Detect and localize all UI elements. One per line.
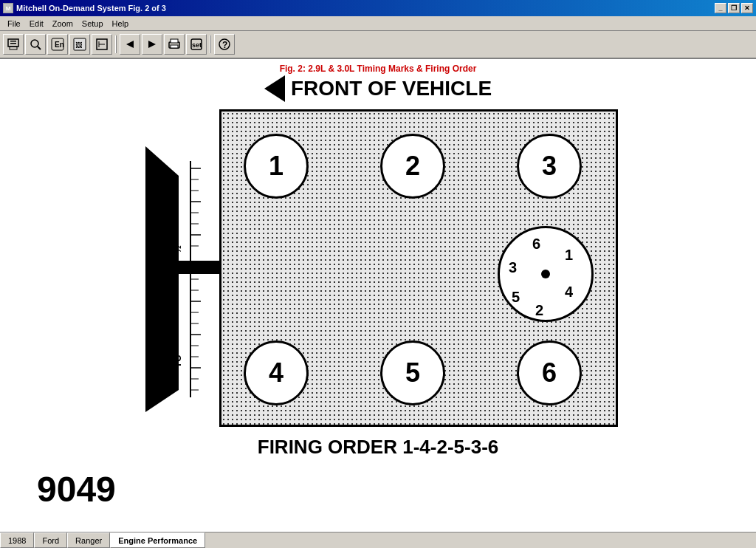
svg-marker-14	[148, 41, 156, 48]
svg-point-4	[31, 40, 38, 47]
status-tab-model[interactable]: Ranger	[67, 532, 110, 548]
title-bar: M Mitchell On-Demand System Fig. 2 of 3 …	[0, 0, 756, 16]
diagram-container: FRONT OF VEHICLE	[0, 75, 756, 526]
front-label-text: FRONT OF VEHICLE	[291, 77, 492, 100]
dist-num-2: 2	[535, 302, 543, 319]
arrow-left-icon	[264, 75, 285, 102]
svg-rect-3	[10, 43, 16, 44]
toolbar-help-btn[interactable]: ?	[214, 34, 235, 55]
toolbar-print-btn[interactable]	[164, 34, 185, 55]
svg-text:½: ½	[172, 245, 183, 253]
toolbar-btn-1[interactable]	[3, 34, 24, 55]
engine-block: 1 2 3 4 5 6 6 1	[219, 109, 618, 427]
menu-file[interactable]: File	[3, 18, 25, 30]
toolbar-btn-4[interactable]: 🖼	[69, 34, 90, 55]
svg-text:TC: TC	[172, 355, 183, 368]
fig-number: 9049	[37, 469, 116, 510]
status-tab-engine[interactable]: Engine Performance	[110, 532, 205, 548]
toolbar-btn-3[interactable]: Enh	[47, 34, 68, 55]
svg-rect-23	[179, 261, 219, 274]
status-tab-make[interactable]: Ford	[34, 532, 67, 548]
toolbar: Enh 🖼 set ?	[0, 31, 756, 59]
svg-rect-17	[171, 45, 178, 48]
app-icon: M	[3, 3, 13, 13]
figure-caption: Fig. 2: 2.9L & 3.0L Timing Marks & Firin…	[0, 59, 756, 75]
menu-edit[interactable]: Edit	[25, 18, 48, 30]
dist-num-6: 6	[532, 236, 540, 253]
status-tab-year[interactable]: 1988	[0, 532, 34, 548]
main-content: Fig. 2: 2.9L & 3.0L Timing Marks & Firin…	[0, 59, 756, 532]
cylinder-3: 3	[517, 134, 582, 199]
status-bar: 1988 Ford Ranger Engine Performance	[0, 532, 756, 548]
svg-text:Enh: Enh	[55, 41, 64, 49]
svg-text:🖼: 🖼	[75, 41, 82, 49]
svg-rect-24	[190, 161, 191, 397]
svg-marker-13	[126, 41, 134, 48]
dist-num-3: 3	[509, 259, 517, 276]
toolbar-forward-btn[interactable]	[142, 34, 162, 55]
ruler-svg: TC ½	[138, 117, 219, 434]
distributor-inner: 6 1 3 4 5 2	[500, 228, 591, 320]
toolbar-back-btn[interactable]	[120, 34, 140, 55]
minimize-button[interactable]: _	[715, 3, 726, 13]
svg-rect-2	[10, 41, 16, 42]
svg-marker-22	[145, 146, 179, 412]
timing-ruler: TC ½	[138, 117, 219, 427]
diagram-wrapper: TC ½	[138, 109, 618, 427]
close-button[interactable]: ✕	[741, 3, 753, 13]
svg-text:set: set	[192, 41, 202, 49]
cylinder-6: 6	[517, 340, 582, 405]
toolbar-settings-btn[interactable]: set	[186, 34, 207, 55]
front-of-vehicle-label: FRONT OF VEHICLE	[264, 75, 492, 102]
svg-rect-16	[171, 39, 178, 43]
toolbar-btn-5[interactable]	[92, 34, 112, 55]
firing-order: FIRING ORDER 1-4-2-5-3-6	[258, 436, 499, 459]
toolbar-separator-2	[210, 35, 211, 53]
dist-num-4: 4	[565, 284, 573, 301]
restore-button[interactable]: ❐	[728, 3, 740, 13]
distributor: 6 1 3 4 5 2	[498, 226, 594, 322]
svg-text:?: ?	[222, 40, 227, 50]
cylinder-4: 4	[244, 340, 309, 405]
menu-help[interactable]: Help	[108, 18, 134, 30]
cylinder-5: 5	[380, 340, 445, 405]
menu-zoom[interactable]: Zoom	[48, 18, 78, 30]
svg-line-5	[38, 47, 41, 49]
dist-num-1: 1	[565, 247, 573, 264]
window-title: Mitchell On-Demand System Fig. 2 of 3	[16, 4, 166, 13]
menu-bar: File Edit Zoom Setup Help	[0, 16, 756, 31]
menu-setup[interactable]: Setup	[78, 18, 108, 30]
toolbar-separator-1	[115, 35, 117, 53]
toolbar-btn-2[interactable]	[25, 34, 46, 55]
dist-num-5: 5	[512, 289, 520, 306]
distributor-center	[541, 270, 550, 278]
cylinder-2: 2	[380, 134, 445, 199]
cylinder-1: 1	[244, 134, 309, 199]
